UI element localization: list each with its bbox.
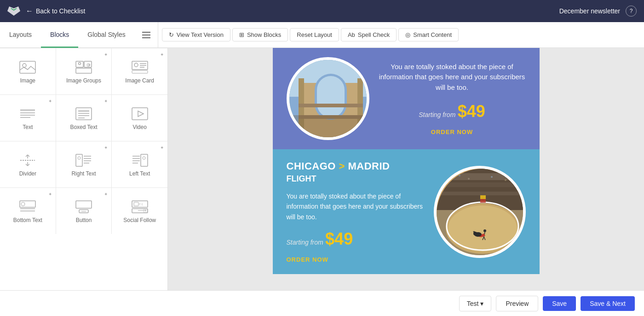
test-label: Test (467, 300, 479, 307)
block-item-left-text[interactable]: ✦ Left Text (112, 141, 167, 187)
svg-point-7 (78, 63, 80, 65)
test-button[interactable]: Test ▾ (459, 296, 492, 311)
help-button[interactable]: ? (626, 6, 637, 17)
block2-price-line: Starting from $49 (287, 229, 425, 249)
block-item-video[interactable]: Video (112, 95, 167, 141)
svg-point-37 (78, 157, 80, 159)
refresh-icon: ↻ (169, 31, 174, 38)
back-to-checklist-link[interactable]: ← Back to Checklist (26, 7, 85, 15)
svg-rect-48 (20, 201, 35, 207)
sparkle-icon-image-card: ✦ (160, 52, 164, 57)
svg-rect-52 (76, 201, 92, 208)
tab-layouts[interactable]: Layouts (0, 22, 41, 48)
save-button[interactable]: Save (543, 296, 576, 311)
hamburger-button[interactable] (135, 22, 158, 47)
block1-description: You are totally stoked about the piece o… (379, 62, 526, 93)
svg-text:t: t (142, 203, 143, 206)
sparkle-icon-image-groups: ✦ (104, 52, 108, 57)
svg-rect-2 (142, 37, 150, 38)
spell-check-label: Spell Check (358, 31, 390, 38)
block-item-image-groups[interactable]: ✦ Image Groups (56, 48, 112, 94)
view-text-version-button[interactable]: ↻ View Text Version (162, 28, 230, 41)
svg-rect-17 (132, 70, 148, 73)
app-logo (7, 5, 20, 18)
left-text-block-icon (132, 154, 148, 167)
button-block-icon (75, 200, 92, 213)
svg-point-85 (483, 229, 486, 232)
sparkle-icon-bottom-text: ✦ (48, 192, 52, 197)
svg-rect-71 (299, 78, 304, 140)
block-item-right-text[interactable]: ✦ Right Text (56, 141, 112, 187)
tab-blocks[interactable]: Blocks (41, 22, 78, 48)
spell-check-button[interactable]: Ab Spell Check (341, 28, 397, 41)
svg-point-94 (459, 175, 460, 176)
right-text-block-icon (75, 154, 92, 167)
divider-block-label: Divider (19, 170, 36, 177)
social-follow-block-icon: f t (132, 200, 148, 213)
top-bar-left: ← Back to Checklist (7, 5, 85, 18)
svg-point-96 (491, 176, 493, 178)
svg-point-49 (21, 202, 25, 206)
email-content: You are totally stoked about the piece o… (273, 48, 540, 274)
email-block-2[interactable]: CHICAGO > MADRID FLIGHT You are totally … (273, 149, 540, 274)
svg-rect-70 (317, 76, 345, 117)
block-item-social-follow[interactable]: f t Social Follow (112, 188, 167, 234)
block1-cta[interactable]: ORDER NOW (379, 129, 526, 135)
save-next-button[interactable]: Save & Next (581, 296, 635, 311)
image-block-icon (19, 61, 36, 74)
block2-cta[interactable]: ORDER NOW (287, 256, 425, 263)
bottom-text-block-icon (19, 200, 36, 213)
smart-content-button[interactable]: ◎ Smart Content (398, 28, 459, 41)
sparkle-icon-right-text: ✦ (104, 145, 108, 150)
image-card-block-icon (132, 61, 148, 74)
boxed-text-block-label: Boxed Text (70, 124, 97, 130)
svg-rect-73 (299, 104, 363, 107)
block2-starting-from: Starting from (287, 239, 323, 246)
block-item-button[interactable]: ✦ Button (56, 188, 112, 234)
block-item-boxed-text[interactable]: ✦ Boxed Text (56, 95, 112, 141)
hamburger-icon (142, 32, 150, 38)
spell-check-icon: Ab (348, 31, 355, 38)
social-follow-block-label: Social Follow (123, 217, 156, 223)
block2-text: CHICAGO > MADRID FLIGHT You are totally … (287, 160, 425, 263)
sidebar: Image ✦ Image Groups ✦ (0, 48, 168, 290)
reset-layout-button[interactable]: Reset Layout (290, 28, 339, 41)
svg-rect-81 (437, 192, 526, 195)
block1-price-line: Starting from $49 (379, 102, 526, 121)
block-item-text[interactable]: ✦ Text (0, 95, 56, 141)
image-block-label: Image (20, 77, 35, 84)
svg-point-47 (143, 157, 145, 159)
boxed-text-block-icon (75, 107, 92, 120)
svg-rect-56 (134, 202, 138, 206)
svg-point-93 (449, 177, 451, 179)
main-area: Image ✦ Image Groups ✦ (0, 48, 644, 290)
block-item-image-card[interactable]: ✦ Image Card (112, 48, 167, 94)
svg-rect-80 (437, 182, 526, 187)
block1-starting-from: Starting from (419, 111, 455, 118)
colosseum-image (287, 57, 369, 140)
button-block-label: Button (76, 217, 92, 223)
show-blocks-button[interactable]: ⊞ Show Blocks (232, 28, 288, 41)
svg-marker-28 (138, 111, 144, 117)
block2-price: $49 (325, 229, 353, 248)
block2-subtitle: FLIGHT (287, 174, 425, 184)
svg-rect-0 (142, 32, 150, 33)
tab-global-styles[interactable]: Global Styles (78, 22, 134, 48)
block2-city1: CHICAGO (287, 160, 336, 172)
svg-rect-72 (357, 78, 363, 140)
block-item-bottom-text[interactable]: ✦ Bottom Text (0, 188, 56, 234)
block2-route: CHICAGO > MADRID (287, 160, 425, 172)
text-block-label: Text (23, 124, 33, 130)
svg-point-95 (468, 178, 470, 180)
preview-button[interactable]: Preview (496, 296, 538, 311)
bullfight-svg (437, 169, 526, 258)
block-item-image[interactable]: Image (0, 48, 56, 94)
divider-block-icon (19, 154, 36, 167)
svg-point-4 (23, 64, 26, 67)
email-block-1[interactable]: You are totally stoked about the piece o… (273, 48, 540, 149)
sparkle-icon-text: ✦ (48, 99, 52, 104)
svg-rect-75 (289, 115, 369, 140)
smart-content-icon: ◎ (405, 31, 410, 38)
block-item-divider[interactable]: Divider (0, 141, 56, 187)
svg-rect-3 (20, 61, 35, 73)
